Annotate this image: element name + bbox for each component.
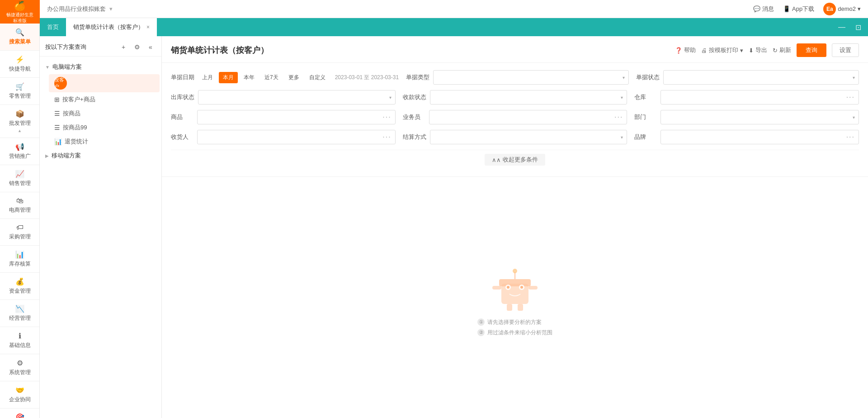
out-status-select[interactable]: ▾ [198,90,396,104]
tab-close-btn[interactable]: × [146,24,150,30]
sidebar-item-quick[interactable]: ⚡ 快捷导航 [0,51,39,78]
quick-icon: ⚡ [15,55,24,64]
app-download-btn[interactable]: 📱 App下载 [783,5,814,13]
tab-home[interactable]: 首页 [40,18,66,36]
salesperson-label: 业务员 [403,113,425,121]
print-icon: 🖨 [701,47,707,54]
filter-warehouse: 仓库 ··· [634,90,859,104]
receiver-label: 收货人 [171,133,193,141]
filter-brand: 品牌 ··· [634,130,859,144]
product-input[interactable]: ··· [197,110,396,124]
type-select[interactable]: ▾ [433,70,629,85]
brand-input[interactable]: ··· [660,130,859,144]
refresh-btn[interactable]: ↻ 刷新 [773,46,791,54]
receiver-dots: ··· [382,133,391,141]
svg-rect-0 [501,284,528,304]
sidebar-item-marketing[interactable]: 📢 营销推广 [0,138,39,165]
scheme-by-product99[interactable]: ☰ 按商品99 [49,121,160,134]
date-label: 单据日期 [171,73,194,81]
product-dots: ··· [382,113,391,121]
user-menu[interactable]: Ea demo2 ▾ [823,3,861,15]
marketing-icon: 📢 [15,142,24,151]
query-btn[interactable]: 查询 [797,43,826,57]
enterprise-icon: 🤝 [15,386,24,394]
empty-state: ① 请先选择要分析的方案 ② 用过滤条件来缩小分析范围 [162,177,868,418]
left-panel: 按以下方案查询 + ⚙ « ▼ 电脑端方案 [40,36,162,418]
scheme-return-stats[interactable]: 📊 退货统计 [49,135,160,148]
collapse-row: ∧∧ 收起更多条件 [171,150,859,169]
receiver-input[interactable]: ··· [197,130,396,144]
scheme-by-customer[interactable]: 按客户 [49,74,160,92]
warehouse-input[interactable]: ··· [660,90,859,104]
refresh-icon: ↻ [773,47,778,54]
sidebar-item-enterprise[interactable]: 🤝 企业协同 [0,381,39,408]
dropdown-arrow[interactable]: ▾ [109,5,113,12]
filter-receiver: 收货人 ··· [171,130,396,144]
tab-sales-stats[interactable]: 销货单统计计表（按客户） × [66,18,157,36]
message-btn[interactable]: 💬 消息 [753,5,774,13]
sidebar-item-purchase[interactable]: 🏷 采购管理 [0,219,39,246]
page-header: 销货单统计计表（按客户） ❓ 帮助 🖨 按模板打印 ▾ ⬇ 导出 [162,36,868,63]
sidebar-item-ecommerce[interactable]: 🛍 电商管理 [0,192,39,219]
date-quick-btns: 上月 本月 本年 近7天 更多 自定义 [198,72,330,83]
template-print-btn[interactable]: 🖨 按模板打印 ▾ [701,46,743,54]
help-btn[interactable]: ❓ 帮助 [675,46,696,54]
status-select[interactable]: ▾ [663,70,859,85]
tree-collapse-icon: ▶ [45,153,49,158]
sidebar-item-inventory[interactable]: 📊 库存核算 [0,246,39,273]
svg-rect-8 [492,286,501,290]
date-custom[interactable]: 自定义 [305,72,330,83]
main-area: 办公用品行业模拟账套 ▾ 💬 消息 📱 App下载 Ea demo2 ▾ 首 [40,0,868,418]
hint-2: ② 用过滤条件来缩小分析范围 [477,329,552,337]
tab-minimize-btn[interactable]: — [835,21,848,33]
sidebar-item-sales[interactable]: 📈 销售管理 [0,165,39,192]
svg-point-7 [513,269,517,273]
user-dropdown-icon: ▾ [858,5,861,12]
filter-area: 单据日期 上月 本月 本年 近7天 更多 自定义 2023-03-01 至 20… [162,63,868,177]
filter-row-4: 收货人 ··· 结算方式 ▾ 品牌 [171,130,859,144]
warehouse-label: 仓库 [634,93,657,101]
scheme-icon: ☰ [54,124,60,131]
sidebar-item-finance[interactable]: 💰 资金管理 [0,273,39,300]
tree-desktop-section[interactable]: ▼ 电脑端方案 [40,60,161,74]
settlement-select[interactable]: ▾ [430,130,627,144]
date-this-year[interactable]: 本年 [240,72,259,83]
collapse-btn[interactable]: ∧∧ 收起更多条件 [485,154,545,166]
date-7days[interactable]: 近7天 [260,72,283,83]
filter-status: 单据状态 ▾ [636,70,859,85]
date-more[interactable]: 更多 [284,72,303,83]
tree-expand-icon: ▼ [45,65,50,70]
sidebar-item-operation[interactable]: 📉 经营管理 [0,300,39,327]
export-btn[interactable]: ⬇ 导出 [749,46,767,54]
sidebar-item-system[interactable]: ⚙ 系统管理 [0,354,39,381]
settings-scheme-btn[interactable]: ⚙ [132,42,142,52]
out-status-dropdown-icon: ▾ [389,95,392,100]
add-scheme-btn[interactable]: + [118,42,129,52]
system-icon: ⚙ [17,359,23,367]
finance-icon: 💰 [15,277,24,286]
active-indicator: 按客户 [54,77,67,90]
receive-status-label: 收款状态 [403,93,426,101]
tab-bar: 首页 销货单统计计表（按客户） × — ⊡ [40,18,868,36]
sidebar-item-retail[interactable]: 🛒 零售管理 [0,78,39,105]
department-select[interactable]: ▾ [660,110,859,124]
date-last-month[interactable]: 上月 [198,72,217,83]
sidebar-item-basic[interactable]: ℹ 基础信息 [0,327,39,354]
settings-btn[interactable]: 设置 [832,43,859,57]
tree-mobile-section[interactable]: ▶ 移动端方案 [40,149,161,162]
tab-maximize-btn[interactable]: ⊡ [852,21,864,33]
salesperson-input[interactable]: ··· [429,110,627,124]
sidebar-item-newbie[interactable]: 🎯 新手引导 [0,408,39,418]
scheme-by-product[interactable]: ☰ 按商品 [49,107,160,120]
collapse-panel-btn[interactable]: « [145,42,156,52]
inventory-icon: 📊 [15,250,24,259]
scheme-icon: ☰ [54,110,60,117]
left-panel-title: 按以下方案查询 [45,43,86,51]
date-this-month[interactable]: 本月 [219,72,238,83]
sidebar-item-wholesale[interactable]: 📦 批发管理 ▲ [0,105,39,138]
sidebar-item-search[interactable]: 🔍 搜索菜单 [0,24,39,51]
hint-1: ① 请先选择要分析的方案 [477,318,552,326]
receive-status-select[interactable]: ▾ [430,90,627,104]
scheme-customer-product[interactable]: ⊞ 按客户+商品 [49,93,160,106]
filter-date: 单据日期 上月 本月 本年 近7天 更多 自定义 2023-03-01 至 20… [171,72,399,83]
